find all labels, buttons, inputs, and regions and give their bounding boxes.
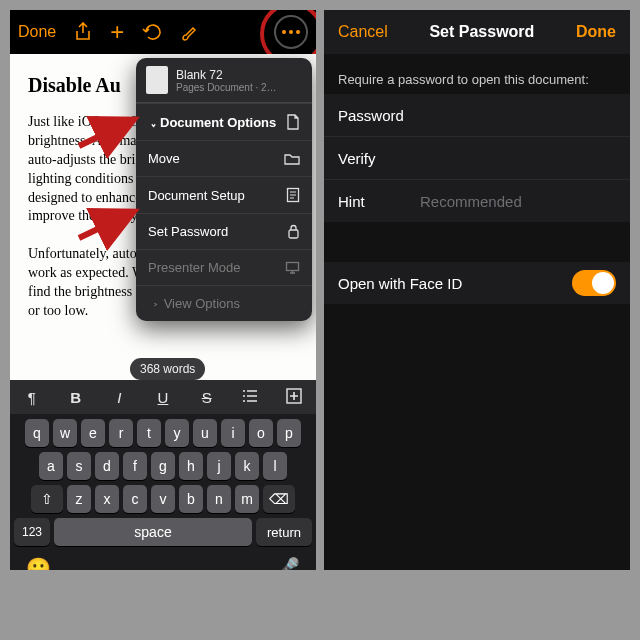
paragraph-style-button[interactable]: ¶ xyxy=(17,389,47,406)
editor-toolbar: Done + xyxy=(10,10,316,54)
lock-icon xyxy=(287,224,300,239)
undo-icon[interactable] xyxy=(142,23,162,41)
underline-button[interactable]: U xyxy=(148,389,178,406)
key-o[interactable]: o xyxy=(249,419,273,447)
key-r[interactable]: r xyxy=(109,419,133,447)
key-u[interactable]: u xyxy=(193,419,217,447)
key-t[interactable]: t xyxy=(137,419,161,447)
share-icon[interactable] xyxy=(74,22,92,42)
hint-field[interactable]: Hint Recommended xyxy=(324,180,630,222)
presentation-icon xyxy=(285,261,300,275)
dictation-key[interactable]: 🎤 xyxy=(275,556,300,570)
document-icon xyxy=(286,114,300,130)
folder-icon xyxy=(284,152,300,165)
chevron-down-icon: ⌄ xyxy=(150,116,157,130)
list-button[interactable] xyxy=(235,389,265,406)
faceid-row: Open with Face ID xyxy=(324,262,630,304)
numbers-key[interactable]: 123 xyxy=(14,518,50,546)
word-count-pill[interactable]: 368 words xyxy=(130,358,205,380)
menu-presenter-mode: Presenter Mode xyxy=(136,249,312,285)
italic-button[interactable]: I xyxy=(104,389,134,406)
brush-icon[interactable] xyxy=(180,23,198,41)
menu-set-password[interactable]: Set Password xyxy=(136,213,312,249)
delete-key[interactable]: ⌫ xyxy=(263,485,295,513)
chevron-right-icon: ⌄ xyxy=(146,301,160,308)
popover-file-header[interactable]: Blank 72 Pages Document · 2… xyxy=(136,58,312,103)
key-q[interactable]: q xyxy=(25,419,49,447)
menu-document-setup[interactable]: Document Setup xyxy=(136,176,312,213)
section-prompt: Require a password to open this document… xyxy=(324,66,630,93)
key-d[interactable]: d xyxy=(95,452,119,480)
key-g[interactable]: g xyxy=(151,452,175,480)
add-icon[interactable]: + xyxy=(110,18,124,46)
keyboard: qwertyuiop asdfghjkl ⇧ zxcvbnm ⌫ 123 spa… xyxy=(10,414,316,570)
key-c[interactable]: c xyxy=(123,485,147,513)
modal-title: Set Password xyxy=(429,23,534,41)
verify-field[interactable]: Verify xyxy=(324,137,630,180)
key-y[interactable]: y xyxy=(165,419,189,447)
key-l[interactable]: l xyxy=(263,452,287,480)
faceid-toggle[interactable] xyxy=(572,270,616,296)
space-key[interactable]: space xyxy=(54,518,252,546)
key-a[interactable]: a xyxy=(39,452,63,480)
right-screenshot: Cancel Set Password Done Require a passw… xyxy=(324,10,630,570)
page-setup-icon xyxy=(286,187,300,203)
cancel-button[interactable]: Cancel xyxy=(338,23,388,41)
key-k[interactable]: k xyxy=(235,452,259,480)
bold-button[interactable]: B xyxy=(61,389,91,406)
left-screenshot: Done + Disable Au Just like iOS, macOS a… xyxy=(10,10,316,570)
done-button[interactable]: Done xyxy=(18,23,56,41)
faceid-group: Open with Face ID xyxy=(324,262,630,304)
password-field[interactable]: Password xyxy=(324,94,630,137)
key-w[interactable]: w xyxy=(53,419,77,447)
svg-rect-2 xyxy=(287,262,299,270)
popover-file-subtitle: Pages Document · 2… xyxy=(176,82,277,93)
key-b[interactable]: b xyxy=(179,485,203,513)
menu-view-options[interactable]: ⌄ View Options xyxy=(136,285,312,321)
key-v[interactable]: v xyxy=(151,485,175,513)
strikethrough-button[interactable]: S xyxy=(192,389,222,406)
popover-file-title: Blank 72 xyxy=(176,68,277,82)
modal-header: Cancel Set Password Done xyxy=(324,10,630,54)
key-s[interactable]: s xyxy=(67,452,91,480)
key-z[interactable]: z xyxy=(67,485,91,513)
key-x[interactable]: x xyxy=(95,485,119,513)
key-n[interactable]: n xyxy=(207,485,231,513)
shift-key[interactable]: ⇧ xyxy=(31,485,63,513)
svg-rect-1 xyxy=(289,230,298,238)
menu-move[interactable]: Move xyxy=(136,140,312,176)
document-thumbnail-icon xyxy=(146,66,168,94)
format-bar: ¶ B I U S xyxy=(10,380,316,414)
done-button[interactable]: Done xyxy=(576,23,616,41)
password-fields-group: Password Verify Hint Recommended xyxy=(324,94,630,222)
key-e[interactable]: e xyxy=(81,419,105,447)
key-h[interactable]: h xyxy=(179,452,203,480)
key-j[interactable]: j xyxy=(207,452,231,480)
key-p[interactable]: p xyxy=(277,419,301,447)
document-options-popover: Blank 72 Pages Document · 2… ⌄Document O… xyxy=(136,58,312,321)
hint-placeholder: Recommended xyxy=(420,193,522,210)
key-f[interactable]: f xyxy=(123,452,147,480)
emoji-key[interactable]: 😀 xyxy=(26,556,51,570)
menu-document-options[interactable]: ⌄Document Options xyxy=(136,103,312,140)
more-button[interactable] xyxy=(274,15,308,49)
return-key[interactable]: return xyxy=(256,518,312,546)
key-i[interactable]: i xyxy=(221,419,245,447)
key-m[interactable]: m xyxy=(235,485,259,513)
insert-button[interactable] xyxy=(279,388,309,407)
